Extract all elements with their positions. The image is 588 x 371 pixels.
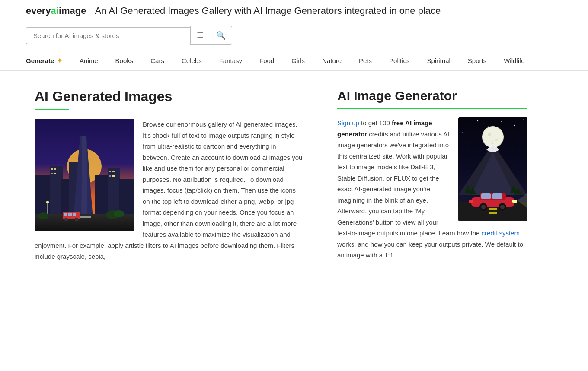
svg-rect-2 (35, 175, 52, 218)
svg-point-46 (488, 133, 491, 136)
svg-rect-66 (469, 200, 473, 203)
svg-rect-14 (51, 173, 53, 174)
left-divider (35, 109, 69, 110)
nav-item-girls[interactable]: Girls (283, 52, 313, 70)
left-section: AI Generated Images (35, 89, 303, 262)
svg-point-70 (500, 205, 505, 209)
nav-item-spiritual[interactable]: Spiritual (419, 52, 459, 70)
svg-point-26 (64, 218, 68, 221)
search-input[interactable] (26, 27, 190, 44)
nav-item-books[interactable]: Books (107, 52, 142, 70)
header: everyaiimage An AI Generated Images Gall… (0, 0, 588, 22)
svg-rect-17 (112, 171, 115, 172)
svg-point-40 (514, 125, 515, 126)
nav-item-celebs[interactable]: Celebs (173, 52, 211, 70)
search-button[interactable]: 🔍 (210, 26, 232, 45)
mountain-car-image (458, 117, 527, 221)
svg-rect-65 (513, 200, 517, 203)
nav-item-fantasy[interactable]: Fantasy (211, 52, 251, 70)
logo-ai: ai (51, 5, 59, 16)
nav-item-wildlife[interactable]: Wildlife (495, 52, 533, 70)
svg-point-33 (114, 210, 124, 217)
svg-rect-19 (112, 175, 115, 177)
svg-rect-58 (489, 208, 497, 210)
svg-rect-12 (51, 168, 53, 170)
body-intro: to get 100 (361, 119, 390, 127)
filter-button[interactable]: ☰ (190, 26, 210, 45)
svg-rect-63 (492, 193, 502, 199)
svg-point-38 (488, 126, 489, 127)
nav-item-pets[interactable]: Pets (350, 52, 380, 70)
left-title: AI Generated Images (35, 89, 303, 105)
svg-rect-18 (109, 175, 111, 177)
svg-point-36 (467, 124, 467, 124)
generate-label: Generate (26, 57, 54, 64)
svg-point-37 (477, 120, 478, 121)
svg-marker-11 (81, 136, 87, 218)
nav-item-cars[interactable]: Cars (142, 52, 173, 70)
svg-rect-13 (54, 168, 56, 170)
nav-item-nature[interactable]: Nature (313, 52, 350, 70)
svg-rect-15 (54, 173, 56, 174)
nav-bar: Generate ✦ Anime Books Cars Celebs Fanta… (0, 51, 588, 71)
search-bar: ☰ 🔍 (26, 26, 562, 45)
right-title: AI Image Generator (337, 89, 527, 103)
wand-icon: ✦ (57, 57, 62, 65)
svg-point-68 (481, 205, 486, 209)
right-divider (337, 108, 527, 109)
svg-rect-24 (68, 213, 72, 216)
svg-rect-59 (489, 212, 497, 214)
svg-point-31 (46, 201, 49, 203)
nav-item-politics[interactable]: Politics (380, 52, 419, 70)
credit-system-link[interactable]: credit system (482, 229, 520, 237)
svg-point-48 (491, 140, 493, 142)
body-end: works, and how you can keep your outputs… (337, 241, 523, 259)
svg-point-47 (495, 139, 498, 141)
svg-rect-62 (481, 193, 491, 199)
svg-point-42 (462, 132, 463, 133)
nav-item-anime[interactable]: Anime (71, 52, 107, 70)
svg-rect-16 (109, 171, 111, 172)
header-tagline: An AI Generated Images Gallery with AI I… (95, 5, 441, 16)
filter-icon: ☰ (197, 31, 204, 40)
nav-generate[interactable]: Generate ✦ (17, 51, 71, 70)
search-icon: 🔍 (216, 31, 226, 40)
nav-item-sports[interactable]: Sports (459, 52, 495, 70)
svg-rect-25 (73, 213, 76, 216)
logo-prefix: every (26, 5, 51, 16)
svg-point-34 (38, 212, 48, 219)
svg-rect-23 (64, 213, 67, 216)
svg-point-39 (501, 121, 502, 122)
svg-point-41 (523, 119, 524, 120)
nav-item-food[interactable]: Food (251, 52, 283, 70)
main-content: AI Generated Images (0, 71, 588, 279)
logo-suffix: image (59, 5, 86, 16)
right-section: AI Image Generator (337, 89, 527, 262)
sign-up-link[interactable]: Sign up (337, 119, 359, 127)
logo[interactable]: everyaiimage (26, 5, 86, 16)
city-image (35, 119, 134, 231)
svg-point-27 (75, 218, 78, 221)
